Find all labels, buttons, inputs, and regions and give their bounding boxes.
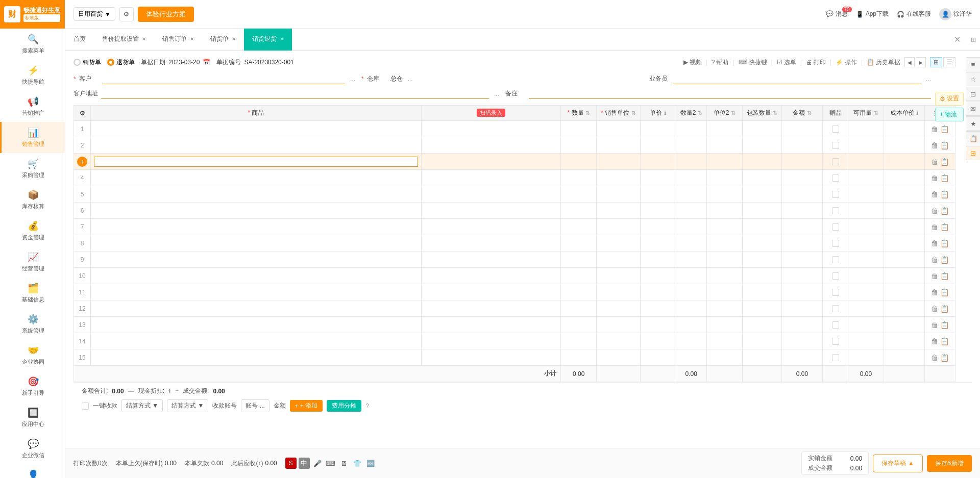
- copy-row-icon[interactable]: 📋: [940, 223, 949, 231]
- delete-row-icon[interactable]: 🗑: [931, 256, 938, 264]
- row-product-cell[interactable]: [91, 268, 422, 284]
- logistics-button[interactable]: + 物流: [935, 108, 964, 121]
- translate-icon[interactable]: 🔤: [365, 458, 376, 469]
- help-link[interactable]: ? 帮助: [712, 58, 729, 67]
- gift-checkbox[interactable]: [832, 321, 839, 329]
- s-icon-3[interactable]: ⌨: [325, 458, 336, 469]
- gift-checkbox[interactable]: [832, 240, 839, 247]
- th-scan[interactable]: 扫码录入: [421, 106, 560, 121]
- staff-input[interactable]: [673, 73, 921, 84]
- add-row-cell[interactable]: +: [74, 154, 91, 170]
- sidebar-item-shortcut[interactable]: ⚡ 快捷导航: [0, 60, 65, 91]
- print-link[interactable]: 🖨 打印: [806, 58, 826, 67]
- delete-row-icon[interactable]: 🗑: [931, 321, 938, 329]
- delete-row-icon[interactable]: 🗑: [931, 288, 938, 296]
- gift-checkbox[interactable]: [832, 305, 839, 312]
- sidebar-item-operation[interactable]: 📈 经营管理: [0, 246, 65, 278]
- row-product-cell[interactable]: [91, 333, 422, 349]
- online-support-button[interactable]: 🎧 在线客服: [897, 10, 931, 18]
- unit-sort-icon[interactable]: ⇅: [631, 110, 636, 116]
- copy-row-icon[interactable]: 📋: [940, 288, 949, 296]
- float-btn-1[interactable]: ≡: [966, 57, 980, 71]
- industry-selector[interactable]: 日用百货 ▼: [74, 7, 115, 21]
- radio-delivery[interactable]: 销货单: [74, 58, 101, 67]
- sidebar-item-sales[interactable]: 📊 销售管理: [0, 122, 65, 153]
- mic-icon[interactable]: 🎤: [312, 458, 323, 469]
- list-view-toggle[interactable]: ☰: [943, 57, 955, 67]
- tab-delivery[interactable]: 销货单 ✕: [202, 29, 244, 51]
- qty2-sort-icon[interactable]: ⇅: [698, 110, 702, 116]
- history-link[interactable]: 📋 历史单据: [867, 58, 900, 67]
- sidebar-item-guide[interactable]: 🎯 新手引导: [0, 371, 65, 402]
- account-picker-icon[interactable]: ...: [260, 402, 265, 409]
- float-btn-5[interactable]: ★: [966, 116, 980, 131]
- fee-split-button[interactable]: 费用分摊: [327, 400, 361, 412]
- gift-checkbox[interactable]: [832, 354, 839, 361]
- delete-row-icon[interactable]: 🗑: [931, 223, 938, 231]
- tab-home[interactable]: 首页: [65, 29, 94, 51]
- copy-row-icon[interactable]: 📋: [940, 256, 949, 264]
- tshirt-icon[interactable]: 👕: [352, 458, 363, 469]
- customer-input[interactable]: [103, 73, 345, 84]
- row-product-cell[interactable]: [91, 186, 422, 203]
- gift-checkbox[interactable]: [832, 223, 839, 231]
- copy-row-icon[interactable]: 📋: [940, 337, 949, 345]
- delete-row-icon[interactable]: 🗑: [931, 141, 938, 149]
- gift-checkbox[interactable]: [832, 272, 839, 280]
- amount-sort-icon[interactable]: ⇅: [807, 110, 812, 116]
- copy-row-icon[interactable]: 📋: [940, 321, 949, 329]
- delete-row-icon[interactable]: 🗑: [931, 125, 938, 133]
- shortcut-link[interactable]: ⌨ 快捷键: [739, 58, 767, 67]
- delete-row-icon[interactable]: 🗑: [931, 207, 938, 215]
- sidebar-item-marketing[interactable]: 📢 营销推广: [0, 91, 65, 122]
- row-product-cell[interactable]: [91, 203, 422, 219]
- row-product-cell[interactable]: [91, 121, 422, 137]
- tab-close-price-settings[interactable]: ✕: [142, 36, 146, 42]
- gift-checkbox[interactable]: [832, 289, 839, 296]
- message-button[interactable]: 💬 消息 70: [826, 10, 847, 18]
- row-product-cell[interactable]: [91, 349, 422, 366]
- sidebar-item-system[interactable]: ⚙️ 系统管理: [0, 309, 65, 340]
- copy-row-icon[interactable]: 📋: [940, 158, 949, 166]
- copy-row-icon[interactable]: 📋: [940, 239, 949, 247]
- gift-checkbox[interactable]: [832, 174, 839, 182]
- sidebar-item-search[interactable]: 🔍 搜索菜单: [0, 29, 65, 60]
- copy-row-icon[interactable]: 📋: [940, 190, 949, 198]
- operate-link[interactable]: ⚡ 操作: [836, 58, 857, 67]
- save-draft-button[interactable]: 保存草稿 ▲: [873, 455, 923, 472]
- delete-row-icon[interactable]: 🗑: [931, 174, 938, 182]
- copy-row-icon[interactable]: 📋: [940, 174, 949, 182]
- delete-row-icon[interactable]: 🗑: [931, 190, 938, 198]
- row-product-cell[interactable]: [91, 170, 422, 186]
- float-btn-3[interactable]: ⊡: [966, 87, 980, 101]
- add-payment-button[interactable]: + + 添加: [290, 400, 323, 412]
- tab-close-delivery[interactable]: ✕: [232, 36, 236, 42]
- delete-row-icon[interactable]: 🗑: [931, 272, 938, 280]
- settings-button[interactable]: ⚙ 设置: [935, 92, 964, 106]
- scan-button[interactable]: 扫码录入: [477, 109, 505, 117]
- copy-row-icon[interactable]: 📋: [940, 305, 949, 313]
- copy-row-icon[interactable]: 📋: [940, 141, 949, 149]
- tab-close-sales-order[interactable]: ✕: [190, 36, 194, 42]
- topbar-settings-button[interactable]: ⚙: [119, 7, 134, 21]
- cash-discount-info-icon[interactable]: ℹ: [168, 388, 171, 395]
- app-download-button[interactable]: 📱 App下载: [856, 10, 889, 18]
- user-profile-button[interactable]: 👤 徐泽华: [939, 8, 972, 20]
- row-product-cell[interactable]: [91, 317, 422, 333]
- unit2-sort-icon[interactable]: ⇅: [731, 110, 736, 116]
- staff-picker-icon[interactable]: ...: [926, 76, 931, 83]
- warehouse-picker-icon[interactable]: ...: [408, 76, 413, 83]
- address-input[interactable]: [101, 88, 489, 99]
- customer-picker-icon[interactable]: ...: [350, 76, 355, 83]
- sidebar-item-member[interactable]: 👤 畅会员: [0, 464, 65, 478]
- sidebar-item-cooperation[interactable]: 🤝 企业协同: [0, 340, 65, 371]
- product-input[interactable]: [94, 157, 418, 167]
- sidebar-item-basic[interactable]: 🗂️ 基础信息: [0, 278, 65, 309]
- tab-price-settings[interactable]: 售价提取设置 ✕: [94, 29, 154, 51]
- sidebar-item-wechat[interactable]: 💬 企业微信: [0, 433, 65, 464]
- add-row-button[interactable]: +: [77, 157, 87, 167]
- remark-input[interactable]: [529, 88, 931, 99]
- gift-checkbox[interactable]: [832, 191, 839, 198]
- gift-checkbox[interactable]: [832, 158, 839, 165]
- delete-row-icon[interactable]: 🗑: [931, 305, 938, 313]
